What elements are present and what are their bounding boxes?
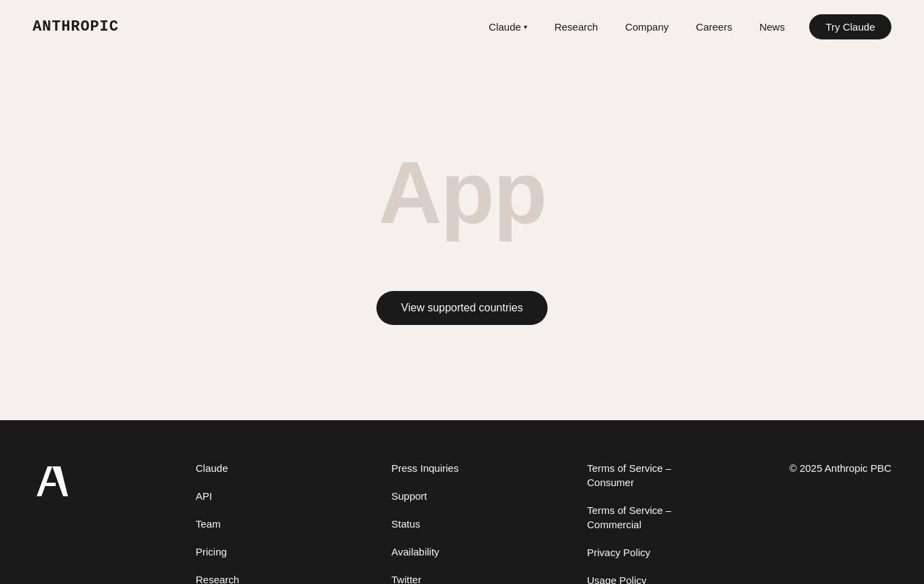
footer-logo-col [33,461,182,584]
footer-link-research[interactable]: Research [196,572,364,584]
footer-logo-icon [33,461,72,500]
footer-link-privacy[interactable]: Privacy Policy [587,545,756,560]
svg-marker-0 [37,466,52,496]
footer-link-api[interactable]: API [196,489,364,503]
footer-link-twitter[interactable]: Twitter [391,572,560,584]
footer-col-2: Press Inquiries Support Status Availabil… [378,461,573,584]
main-content: App View supported countries [0,53,924,420]
header: ANTHROPIC Claude ▾ Research Company Care… [0,0,924,53]
nav-careers[interactable]: Careers [685,16,743,38]
footer-link-pricing[interactable]: Pricing [196,545,364,559]
view-countries-button[interactable]: View supported countries [376,291,547,325]
footer: Claude API Team Pricing Research Press I… [0,420,924,584]
svg-rect-2 [42,483,56,486]
footer-link-usage[interactable]: Usage Policy [587,573,756,584]
footer-link-press[interactable]: Press Inquiries [391,461,560,475]
footer-link-tos-consumer[interactable]: Terms of Service – Consumer [587,461,756,489]
hero-title: App [378,148,546,237]
footer-link-claude[interactable]: Claude [196,461,364,475]
main-nav: Claude ▾ Research Company Careers News T… [478,14,891,39]
nav-claude[interactable]: Claude ▾ [478,16,538,38]
nav-news[interactable]: News [749,16,796,38]
try-claude-button[interactable]: Try Claude [809,14,891,39]
footer-link-team[interactable]: Team [196,517,364,531]
nav-research[interactable]: Research [544,16,609,38]
footer-copyright-col: © 2025 Anthropic PBC [769,461,891,584]
footer-copyright: © 2025 Anthropic PBC [789,461,891,475]
chevron-down-icon: ▾ [524,23,527,31]
nav-company[interactable]: Company [614,16,679,38]
footer-link-tos-commercial[interactable]: Terms of Service – Commercial [587,503,756,532]
logo[interactable]: ANTHROPIC [33,18,119,35]
footer-col-3: Terms of Service – Consumer Terms of Ser… [573,461,769,584]
footer-link-availability[interactable]: Availability [391,545,560,559]
footer-link-support[interactable]: Support [391,489,560,503]
footer-link-status[interactable]: Status [391,517,560,531]
footer-col-1: Claude API Team Pricing Research [182,461,378,584]
